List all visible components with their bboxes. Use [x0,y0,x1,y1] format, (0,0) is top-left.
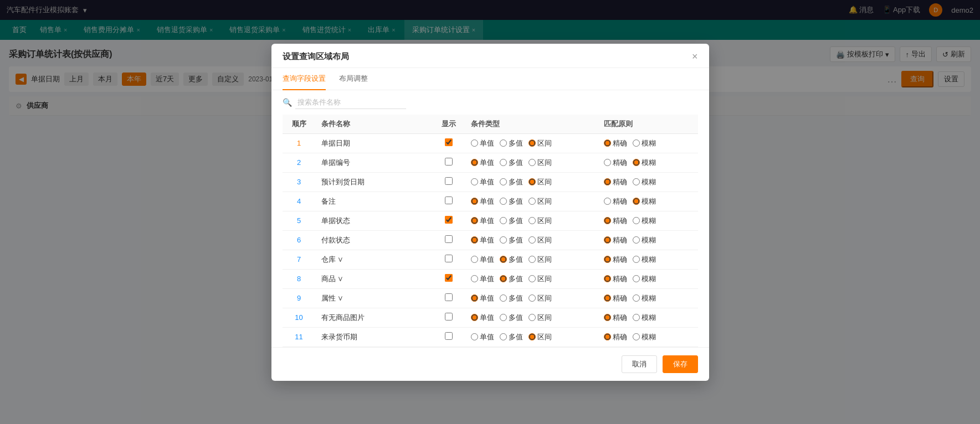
match-radio-exact[interactable]: 精确 [604,235,627,245]
modal-close-button[interactable]: × [692,51,698,61]
table-row: 3预计到货日期单值多值区间精确模糊 [283,172,698,192]
row-condition-name: 单据状态 [316,211,432,230]
type-radio-range[interactable]: 区间 [529,313,552,323]
show-checkbox[interactable] [445,313,453,320]
modal-dialog: 设置查询区域布局 × 查询字段设置 布局调整 🔍 顺序 条件名称 [271,44,709,381]
col-show: 显示 [432,115,465,134]
type-radio-range[interactable]: 区间 [529,274,552,284]
row-order: 8 [283,269,316,288]
match-radio-fuzzy[interactable]: 模糊 [633,332,656,342]
table-row: 5单据状态单值多值区间精确模糊 [283,211,698,230]
match-radio-exact[interactable]: 精确 [604,332,627,342]
match-radio-fuzzy[interactable]: 模糊 [633,313,656,323]
modal-tab-layout[interactable]: 布局调整 [339,68,368,90]
row-match-cell: 精确模糊 [598,172,698,192]
type-radio-single[interactable]: 单值 [471,177,494,187]
row-order: 5 [283,211,316,230]
type-radio-single[interactable]: 单值 [471,235,494,245]
type-radio-single[interactable]: 单值 [471,293,494,303]
table-row: 1单据日期单值多值区间精确模糊 [283,133,698,153]
match-radio-exact[interactable]: 精确 [604,216,627,226]
match-radio-exact[interactable]: 精确 [604,138,627,148]
show-checkbox[interactable] [445,158,453,166]
match-radio-fuzzy[interactable]: 模糊 [633,197,656,206]
row-type-cell: 单值多值区间 [465,250,598,269]
type-radio-range[interactable]: 区间 [529,158,552,168]
type-radio-single[interactable]: 单值 [471,313,494,323]
type-radio-multi[interactable]: 多值 [500,313,523,323]
modal-tabs: 查询字段设置 布局调整 [271,68,709,90]
type-radio-single[interactable]: 单值 [471,158,494,168]
cancel-button[interactable]: 取消 [622,355,657,373]
type-radio-single[interactable]: 单值 [471,255,494,265]
type-radio-range[interactable]: 区间 [529,197,552,206]
show-checkbox[interactable] [445,138,453,146]
row-order: 2 [283,153,316,172]
modal-tab-query[interactable]: 查询字段设置 [283,68,326,90]
modal-table-head: 顺序 条件名称 显示 条件类型 匹配原则 [283,115,698,134]
type-radio-multi[interactable]: 多值 [500,332,523,342]
row-order: 10 [283,308,316,327]
row-match-cell: 精确模糊 [598,308,698,327]
type-radio-multi[interactable]: 多值 [500,158,523,168]
match-radio-exact[interactable]: 精确 [604,197,627,206]
row-order: 9 [283,288,316,308]
row-show-cell [432,327,465,347]
match-radio-exact[interactable]: 精确 [604,313,627,323]
type-radio-range[interactable]: 区间 [529,255,552,265]
match-radio-fuzzy[interactable]: 模糊 [633,138,656,148]
modal-header: 设置查询区域布局 × [271,44,709,68]
show-checkbox[interactable] [445,235,453,243]
type-radio-multi[interactable]: 多值 [500,255,523,265]
col-type: 条件类型 [465,115,598,134]
show-checkbox[interactable] [445,332,453,340]
type-radio-multi[interactable]: 多值 [500,138,523,148]
show-checkbox[interactable] [445,197,453,204]
modal-overlay: 设置查询区域布局 × 查询字段设置 布局调整 🔍 顺序 条件名称 [0,0,980,424]
type-radio-range[interactable]: 区间 [529,332,552,342]
row-show-cell [432,153,465,172]
type-radio-multi[interactable]: 多值 [500,216,523,226]
type-radio-range[interactable]: 区间 [529,293,552,303]
match-radio-fuzzy[interactable]: 模糊 [633,255,656,265]
match-radio-exact[interactable]: 精确 [604,293,627,303]
match-radio-exact[interactable]: 精确 [604,274,627,284]
match-radio-fuzzy[interactable]: 模糊 [633,235,656,245]
match-radio-fuzzy[interactable]: 模糊 [633,158,656,168]
table-row: 10有无商品图片单值多值区间精确模糊 [283,308,698,327]
match-radio-exact[interactable]: 精确 [604,158,627,168]
type-radio-single[interactable]: 单值 [471,138,494,148]
type-radio-range[interactable]: 区间 [529,235,552,245]
type-radio-range[interactable]: 区间 [529,177,552,187]
match-radio-fuzzy[interactable]: 模糊 [633,274,656,284]
type-radio-multi[interactable]: 多值 [500,293,523,303]
row-type-cell: 单值多值区间 [465,327,598,347]
search-input[interactable] [295,96,406,109]
show-checkbox[interactable] [445,216,453,224]
match-radio-fuzzy[interactable]: 模糊 [633,177,656,187]
save-button[interactable]: 保存 [663,355,698,373]
type-radio-multi[interactable]: 多值 [500,235,523,245]
type-radio-single[interactable]: 单值 [471,274,494,284]
show-checkbox[interactable] [445,177,453,185]
match-radio-fuzzy[interactable]: 模糊 [633,216,656,226]
row-type-cell: 单值多值区间 [465,133,598,153]
row-order: 4 [283,192,316,211]
row-show-cell [432,250,465,269]
type-radio-single[interactable]: 单值 [471,197,494,206]
row-match-cell: 精确模糊 [598,211,698,230]
show-checkbox[interactable] [445,293,453,301]
type-radio-multi[interactable]: 多值 [500,274,523,284]
match-radio-fuzzy[interactable]: 模糊 [633,293,656,303]
type-radio-single[interactable]: 单值 [471,216,494,226]
show-checkbox[interactable] [445,274,453,282]
row-order: 7 [283,250,316,269]
match-radio-exact[interactable]: 精确 [604,177,627,187]
type-radio-multi[interactable]: 多值 [500,197,523,206]
type-radio-range[interactable]: 区间 [529,216,552,226]
type-radio-single[interactable]: 单值 [471,332,494,342]
type-radio-range[interactable]: 区间 [529,138,552,148]
show-checkbox[interactable] [445,255,453,262]
match-radio-exact[interactable]: 精确 [604,255,627,265]
type-radio-multi[interactable]: 多值 [500,177,523,187]
